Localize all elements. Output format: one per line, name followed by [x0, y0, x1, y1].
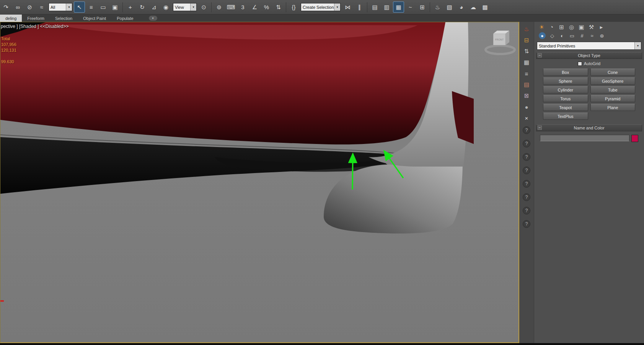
schematic-view-icon[interactable]: ⊞	[417, 2, 428, 13]
selection-region-icon[interactable]: ▭	[98, 2, 109, 13]
tab-motion[interactable]: ◎	[568, 23, 575, 31]
sphere-icon[interactable]: ●	[522, 103, 531, 111]
spinner-snap-icon[interactable]: ⇅	[273, 2, 284, 13]
teapot-button[interactable]: Teapot	[543, 104, 588, 111]
ribbon-tab-object-paint[interactable]: Object Paint	[78, 15, 111, 22]
toolbar-separator	[367, 2, 367, 12]
select-and-scale-icon[interactable]: ⊿	[148, 2, 160, 13]
scene-explorer-icon[interactable]: ▤	[369, 2, 380, 13]
category-helpers-icon[interactable]: #	[579, 32, 585, 39]
window-crossing-icon[interactable]: ▣	[109, 2, 121, 13]
tab-hierarchy[interactable]: ⊞	[558, 23, 565, 31]
chevron-down-icon[interactable]: ▾	[66, 3, 72, 11]
snap-toggle-3d-icon[interactable]: 3	[237, 2, 248, 13]
package-icon[interactable]: ⊠	[522, 92, 531, 100]
panel-overflow-arrow[interactable]: ▸	[598, 23, 605, 31]
render-cloud-icon[interactable]: ☁	[468, 2, 479, 13]
align-icon[interactable]: ∥	[354, 2, 365, 13]
render-setup-icon[interactable]: ♨	[432, 2, 443, 13]
category-lights-icon[interactable]: ◐	[559, 32, 566, 39]
scene-folder-icon[interactable]: ⊟	[522, 36, 531, 44]
name-and-color-rollout-header[interactable]: − Name and Color	[536, 124, 642, 131]
category-systems-icon[interactable]: ⊛	[598, 32, 605, 39]
viewport-stats-line: 120,131	[1, 47, 16, 53]
selection-filter-dropdown[interactable]: All▾	[49, 3, 72, 11]
ribbon-minimize-button[interactable]: ▾	[149, 16, 157, 21]
sphere-button[interactable]: Sphere	[543, 77, 588, 85]
select-and-rotate-icon[interactable]: ↻	[137, 2, 148, 13]
chevron-down-icon[interactable]: ▾	[334, 3, 340, 11]
help-placeholder-icon[interactable]: ?	[523, 193, 530, 201]
category-cameras-icon[interactable]: ▭	[569, 32, 576, 39]
category-geometry-icon[interactable]: ●	[539, 32, 546, 39]
object-name-input[interactable]	[540, 135, 629, 141]
ribbon-tab-freeform[interactable]: Freeform	[22, 15, 50, 22]
select-and-move-icon[interactable]: +	[125, 2, 136, 13]
perspective-viewport[interactable]: FRONT pective ] [Shaded ] <<Disabled>> T…	[0, 22, 519, 343]
sort-arrows-icon[interactable]: ⇅	[522, 47, 531, 56]
collapse-minus-icon[interactable]: −	[538, 53, 542, 57]
named-selection-sets-icon[interactable]: {}	[288, 2, 299, 13]
cone-button[interactable]: Cone	[590, 69, 636, 76]
bind-to-space-warp-icon[interactable]: ≈	[36, 2, 47, 13]
category-shapes-icon[interactable]: ◇	[549, 32, 556, 39]
tab-display[interactable]: ▣	[578, 23, 585, 31]
select-and-place-icon[interactable]: ◉	[160, 2, 171, 13]
plane-button[interactable]: Plane	[590, 104, 636, 111]
selection-set-dropdown[interactable]: Create Selection Se▾	[301, 3, 341, 11]
pyramid-button[interactable]: Pyramid	[590, 95, 636, 102]
mirror-icon[interactable]: ⋈	[342, 2, 353, 13]
help-placeholder-icon[interactable]: ?	[523, 126, 530, 134]
tube-button[interactable]: Tube	[590, 86, 636, 93]
close-x-icon[interactable]: ×	[522, 114, 531, 122]
tab-create[interactable]: ☀	[538, 23, 545, 31]
chevron-down-icon[interactable]: ▾	[634, 42, 641, 49]
keyboard-override-icon[interactable]: ⌨	[225, 2, 236, 13]
reference-coordinate-dropdown[interactable]: View▾	[173, 3, 197, 11]
help-placeholder-icon[interactable]: ?	[523, 167, 530, 174]
primitive-class-dropdown[interactable]: Standard Primitives ▾	[537, 42, 641, 50]
collapse-minus-icon[interactable]: −	[538, 126, 542, 130]
use-pivot-point-icon[interactable]: ⊙	[198, 2, 209, 13]
material-icon[interactable]: ▤	[522, 80, 531, 89]
select-and-link-icon[interactable]: ∞	[12, 2, 23, 13]
ribbon-tab-selection[interactable]: Selection	[50, 15, 78, 22]
render-open-icon[interactable]: ▩	[479, 2, 491, 13]
curve-editor-icon[interactable]: ~	[405, 2, 416, 13]
torus-button[interactable]: Torus	[543, 95, 588, 102]
angle-snap-icon[interactable]: ∠	[249, 2, 260, 13]
box-button[interactable]: Box	[543, 69, 588, 76]
tab-utilities[interactable]: ⚒	[588, 23, 595, 31]
category-space-warps-icon[interactable]: ≈	[589, 32, 595, 39]
render-production-icon[interactable]: ◕	[456, 2, 467, 13]
checker-map-icon[interactable]: ▦	[522, 58, 531, 67]
cylinder-button[interactable]: Cylinder	[543, 86, 588, 93]
layer-explorer-icon[interactable]: ▥	[381, 2, 392, 13]
unlink-selection-icon[interactable]: ⊘	[24, 2, 35, 13]
geosphere-button[interactable]: GeoSphere	[590, 77, 636, 85]
help-placeholder-icon[interactable]: ?	[523, 220, 530, 228]
ribbon-tab-deling[interactable]: deling	[0, 15, 22, 22]
object-color-swatch[interactable]	[631, 135, 638, 142]
teapot-icon[interactable]: ♨	[522, 25, 531, 33]
viewport-label[interactable]: pective ] [Shaded ] <<Disabled>>	[1, 24, 68, 29]
chevron-down-icon[interactable]: ▾	[190, 3, 196, 11]
select-by-name-icon[interactable]: ≡	[86, 2, 97, 13]
percent-snap-icon[interactable]: %	[261, 2, 272, 13]
tab-modify[interactable]: ◔	[548, 23, 555, 31]
help-placeholder-icon[interactable]: ?	[523, 140, 530, 147]
textplus-button[interactable]: TextPlus	[543, 113, 588, 120]
redo-arrow-icon[interactable]: ↷	[0, 2, 11, 13]
object-type-rollout-header[interactable]: − Object Type	[536, 52, 642, 59]
help-placeholder-icon[interactable]: ?	[523, 207, 530, 214]
select-and-manipulate-icon[interactable]: ⊚	[214, 2, 225, 13]
layer-stack-icon[interactable]: ≡	[522, 69, 531, 78]
autogrid-checkbox[interactable]	[578, 62, 582, 66]
toolbar-separator	[286, 2, 286, 12]
select-object-icon[interactable]: ↖	[74, 2, 85, 13]
rendered-frame-icon[interactable]: ▧	[444, 2, 455, 13]
help-placeholder-icon[interactable]: ?	[523, 180, 530, 188]
ribbon-toggle-icon[interactable]: ▦	[393, 2, 404, 13]
ribbon-tab-populate[interactable]: Populate	[111, 15, 139, 22]
help-placeholder-icon[interactable]: ?	[523, 153, 530, 161]
